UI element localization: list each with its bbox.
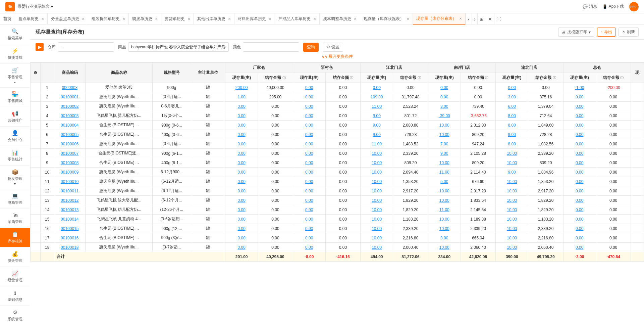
col-code-cell[interactable]: 00100010 [54, 177, 86, 186]
tab-order[interactable]: 要货单历史 ✕ [161, 13, 194, 25]
col-factory-qty-cell[interactable]: 0.00 [225, 186, 258, 196]
sidebar-item-quick-nav[interactable]: ⚡ 快捷导航 [0, 44, 30, 64]
col-code-cell[interactable]: 00100013 [54, 205, 86, 215]
col-yubei-qty-cell[interactable]: 10.00 [496, 186, 528, 196]
tab-next-btn[interactable]: › [472, 13, 478, 25]
col-code-cell[interactable]: 00100011 [54, 186, 86, 196]
col-jiangbei-qty-cell[interactable]: 9.00 [361, 130, 393, 139]
col-jiangbei-qty-cell[interactable]: 10.00 [361, 186, 393, 196]
col-nanan-qty-cell[interactable]: 0.00 [428, 92, 461, 102]
sidebar-item-system[interactable]: ⚙ 系统管理 [0, 306, 30, 324]
tab-adjust[interactable]: 调拨单历史 ✕ [129, 13, 161, 25]
col-code-cell[interactable]: 00100018 [54, 243, 86, 252]
col-yubei-qty-cell[interactable]: 10.00 [496, 224, 528, 233]
col-mucun-qty-cell[interactable]: 0.00 [293, 139, 325, 149]
col-code-cell[interactable]: 00100015 [54, 224, 86, 233]
tab-product-in[interactable]: 产成品入库单历史 ✕ [275, 13, 320, 25]
col-jiangbei-qty-cell[interactable]: 109.00 [361, 92, 393, 102]
col-nanan-qty-cell[interactable]: 10.00 [428, 186, 461, 196]
close-icon[interactable]: ✕ [155, 17, 158, 21]
col-nanan-qty-cell[interactable]: 10.00 [428, 130, 461, 139]
col-mucun-qty-cell[interactable]: 0.00 [293, 215, 325, 224]
company-select[interactable]: 母婴行业演示陈套 ▾ [17, 4, 53, 9]
col-jiangbei-qty-cell[interactable]: 10.00 [361, 205, 393, 215]
col-code-cell[interactable]: 00100005 [54, 130, 86, 139]
warehouse-input[interactable] [58, 42, 114, 52]
tab-cost-adjust[interactable]: 成本调整单历史 ✕ [320, 13, 360, 25]
col-nanan-qty-cell[interactable]: 11.00 [428, 205, 461, 215]
close-icon[interactable]: ✕ [313, 17, 316, 21]
tab-current-stock[interactable]: 现存量（库存状况表） ✕ [360, 13, 413, 25]
col-mucun-qty-cell[interactable]: 0.00 [293, 121, 325, 130]
sidebar-item-marketing[interactable]: 📢 营销推广 [0, 107, 30, 127]
col-yubei-qty-cell[interactable]: 8.00 [496, 139, 528, 149]
col-jiangbei-qty-cell[interactable]: 9.00 [361, 111, 393, 121]
col-mucun-qty-cell[interactable]: 0.00 [293, 177, 325, 186]
col-factory-qty-cell[interactable]: 0.00 [225, 168, 258, 177]
col-nanan-qty-cell[interactable]: 3.00 [428, 233, 461, 243]
product-input[interactable] [128, 42, 229, 52]
col-code-cell[interactable]: 00100012 [54, 196, 86, 205]
col-yubei-qty-cell[interactable]: 10.00 [496, 177, 528, 186]
col-factory-qty-cell[interactable]: 0.00 [225, 149, 258, 158]
col-nanan-qty-cell[interactable]: 10.00 [428, 196, 461, 205]
message-btn[interactable]: 💬 消息 [583, 4, 597, 9]
col-jiangbei-qty-cell[interactable]: 0.00 [361, 83, 393, 92]
sidebar-item-ecom[interactable]: 💻 电商管理 [0, 189, 30, 209]
col-jiangbei-qty-cell[interactable]: 10.00 [361, 168, 393, 177]
col-mucun-qty-cell[interactable]: 0.00 [293, 158, 325, 168]
col-factory-qty-cell[interactable]: 0.00 [225, 177, 258, 186]
col-mucun-qty-cell[interactable]: 0.00 [293, 130, 325, 139]
col-total-qty-cell[interactable]: 0.00 [563, 130, 596, 139]
col-jiangbei-qty-cell[interactable]: 11.00 [361, 102, 393, 111]
col-nanan-qty-cell[interactable]: 0.00 [428, 83, 461, 92]
col-factory-qty-cell[interactable]: 0.00 [225, 121, 258, 130]
col-factory-qty-cell[interactable]: 0.00 [225, 215, 258, 224]
tab-other-out[interactable]: 其他出库单历史 ✕ [194, 13, 234, 25]
sidebar-item-purchase[interactable]: 🛍 采购管理 [0, 209, 30, 228]
col-code-cell[interactable]: 00100001 [54, 92, 86, 102]
col-factory-qty-cell[interactable]: 0.00 [225, 205, 258, 215]
col-code-cell[interactable]: 00100006 [54, 139, 86, 149]
col-nanan-qty-cell[interactable]: 10.00 [428, 215, 461, 224]
sidebar-item-inventory[interactable]: 📋 库存核算 [0, 228, 30, 247]
col-factory-qty-cell[interactable]: 0.00 [225, 243, 258, 252]
col-total-qty-cell[interactable]: 0.00 [563, 121, 596, 130]
col-yubei-qty-cell[interactable]: 9.00 [496, 168, 528, 177]
col-factory-qty-cell[interactable]: 1.00 [225, 92, 258, 102]
col-factory-qty-cell[interactable]: 0.00 [225, 102, 258, 111]
col-total-qty-cell[interactable]: 0.00 [563, 243, 596, 252]
col-nanan-qty-cell[interactable]: 7.00 [428, 139, 461, 149]
col-yubei-qty-cell[interactable]: 10.00 [496, 158, 528, 168]
col-total-qty-cell[interactable]: 0.00 [563, 233, 596, 243]
col-yubei-qty-cell[interactable]: 8.00 [496, 111, 528, 121]
col-jiangbei-qty-cell[interactable]: 10.00 [361, 233, 393, 243]
col-mucun-qty-cell[interactable]: 0.00 [293, 111, 325, 121]
col-jiangbei-qty-cell[interactable]: 10.00 [361, 177, 393, 186]
col-mucun-qty-cell[interactable]: 0.00 [293, 102, 325, 111]
col-jiangbei-qty-cell[interactable]: 10.00 [361, 196, 393, 205]
tab-stock-sub[interactable]: 分量盘点单历史 ✕ [48, 13, 88, 25]
col-factory-qty-cell[interactable]: 0.00 [225, 224, 258, 233]
tab-stock-single[interactable]: 盘点单历史 ✕ [15, 13, 48, 25]
sidebar-item-retail-mgr[interactable]: 🛒 零售管理 ▲ [0, 64, 30, 88]
close-icon[interactable]: ✕ [269, 17, 271, 21]
col-yubei-qty-cell[interactable]: 10.00 [496, 243, 528, 252]
close-icon[interactable]: ✕ [228, 17, 231, 21]
col-jiangbei-qty-cell[interactable]: 10.00 [361, 215, 393, 224]
col-code-cell[interactable]: 00100004 [54, 121, 86, 130]
col-nanan-qty-cell[interactable]: 5.00 [428, 177, 461, 186]
col-yubei-qty-cell[interactable]: 10.00 [496, 233, 528, 243]
close-icon[interactable]: ✕ [459, 17, 462, 20]
col-mucun-qty-cell[interactable]: 0.00 [293, 83, 325, 92]
sidebar-item-search[interactable]: 🔍 搜索英单 [0, 25, 30, 44]
col-total-qty-cell[interactable]: 0.00 [563, 92, 596, 102]
col-total-qty-cell[interactable]: 0.00 [563, 186, 596, 196]
col-nanan-qty-cell[interactable]: -39.00 [428, 111, 461, 121]
close-icon[interactable]: ✕ [407, 17, 409, 21]
col-jiangbei-qty-cell[interactable]: 10.00 [361, 149, 393, 158]
col-jiangbei-qty-cell[interactable]: 11.00 [361, 139, 393, 149]
col-code-cell[interactable]: 00100003 [54, 111, 86, 121]
refresh-btn[interactable]: ↻ 刷新 [619, 28, 639, 37]
tab-current-dist[interactable]: 现存量（库存分布表） ✕ [413, 13, 466, 25]
